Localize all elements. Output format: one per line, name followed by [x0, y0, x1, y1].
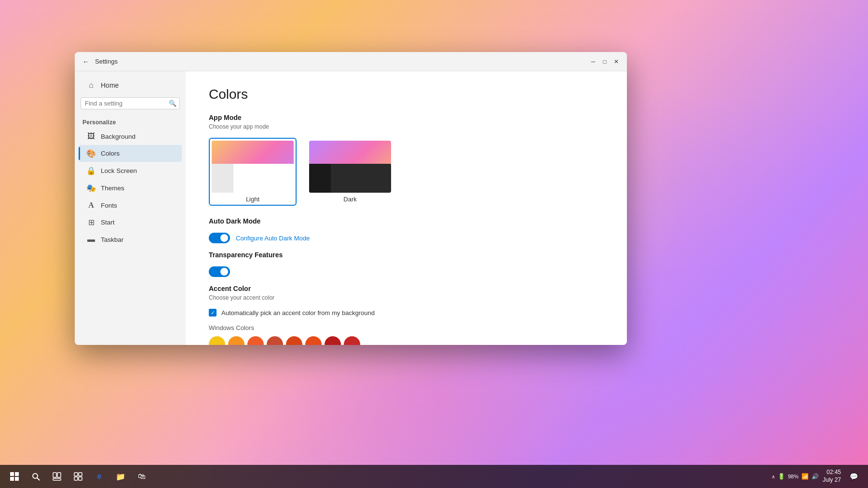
close-button[interactable]: ✕ — [611, 57, 621, 66]
svg-rect-3 — [15, 477, 19, 481]
auto-accent-checkbox[interactable]: ✓ — [209, 309, 217, 317]
color-swatch[interactable] — [228, 336, 244, 345]
app-mode-cards: Light Dark — [209, 138, 604, 206]
sidebar-section-label: Personalize — [75, 113, 186, 128]
dark-preview-bg — [309, 141, 391, 193]
color-swatch[interactable] — [344, 336, 360, 345]
taskbar-clock[interactable]: 02:45 July 27 — [823, 469, 841, 484]
auto-dark-mode-row: Configure Auto Dark Mode — [209, 233, 604, 243]
system-tray-chevron[interactable]: ∧ — [772, 474, 775, 479]
clock-time: 02:45 — [823, 469, 841, 476]
minimize-button[interactable]: ─ — [588, 57, 598, 66]
windows-colors-label: Windows Colors — [209, 324, 604, 331]
sidebar-item-fonts-label: Fonts — [101, 202, 117, 209]
light-preview-bg — [212, 141, 294, 193]
light-preview-sidebar — [212, 164, 233, 193]
accent-color-title: Accent Color — [209, 285, 604, 292]
search-taskbar-button[interactable] — [27, 468, 44, 485]
widgets-taskbar-button[interactable] — [69, 468, 87, 485]
auto-dark-mode-toggle[interactable] — [209, 233, 230, 243]
svg-rect-12 — [79, 477, 82, 480]
auto-accent-label: Automatically pick an accent color from … — [221, 309, 375, 317]
color-row-1 — [209, 336, 604, 345]
svg-rect-8 — [53, 478, 61, 480]
sidebar-item-start-label: Start — [101, 219, 115, 226]
light-mode-card[interactable]: Light — [209, 138, 297, 206]
svg-rect-6 — [53, 473, 56, 477]
maximize-button[interactable]: □ — [600, 57, 610, 66]
auto-accent-row: ✓ Automatically pick an accent color fro… — [209, 309, 604, 317]
home-label: Home — [101, 81, 119, 89]
title-bar-left: ← Settings — [81, 56, 118, 67]
light-mode-preview — [212, 141, 294, 193]
volume-icon: 🔊 — [812, 473, 819, 480]
dark-mode-card[interactable]: Dark — [306, 138, 394, 206]
dark-mode-preview — [309, 141, 391, 193]
task-view-taskbar-button[interactable] — [48, 468, 66, 485]
color-swatch[interactable] — [286, 336, 302, 345]
transparency-toggle[interactable] — [209, 266, 230, 277]
search-icon[interactable]: 🔍 — [169, 100, 176, 107]
dark-preview-sidebar — [309, 164, 331, 193]
taskbar-icon: ▬ — [86, 235, 96, 244]
app-mode-title: App Mode — [209, 114, 604, 121]
color-swatches — [209, 336, 604, 345]
color-swatch[interactable] — [305, 336, 322, 345]
themes-icon: 🎭 — [86, 184, 96, 193]
window-body: ⌂ Home 🔍 Personalize 🖼 Background 🎨 Colo… — [75, 71, 627, 345]
store-taskbar-button[interactable]: 🛍 — [133, 468, 150, 485]
sidebar-item-lock-screen-label: Lock Screen — [101, 167, 137, 174]
network-icon: 📶 — [801, 473, 809, 480]
color-swatch[interactable] — [325, 336, 341, 345]
explorer-taskbar-button[interactable]: 📁 — [112, 468, 129, 485]
search-input[interactable] — [85, 100, 166, 107]
sidebar-item-colors[interactable]: 🎨 Colors — [79, 145, 182, 162]
svg-rect-2 — [10, 477, 14, 481]
sidebar-item-themes-label: Themes — [101, 185, 124, 192]
color-swatch[interactable] — [247, 336, 264, 345]
sidebar-item-fonts[interactable]: A Fonts — [79, 197, 182, 213]
sidebar-item-background[interactable]: 🖼 Background — [79, 128, 182, 145]
fonts-icon: A — [86, 201, 96, 210]
auto-dark-mode-link[interactable]: Configure Auto Dark Mode — [236, 235, 310, 242]
home-icon: ⌂ — [86, 81, 96, 90]
back-button[interactable]: ← — [81, 56, 91, 67]
sidebar-item-background-label: Background — [101, 133, 136, 140]
taskbar-right: ∧ 🔋 98% 📶 🔊 02:45 July 27 💬 — [772, 468, 862, 485]
start-taskbar-button[interactable] — [6, 468, 23, 485]
sidebar-item-lock-screen[interactable]: 🔒 Lock Screen — [79, 162, 182, 179]
taskbar-left: e 📁 🛍 — [6, 468, 150, 485]
light-mode-label: Light — [212, 196, 294, 203]
color-swatch[interactable] — [267, 336, 283, 345]
accent-color-subtitle: Choose your accent color — [209, 294, 604, 301]
svg-line-5 — [37, 478, 40, 480]
lock-screen-icon: 🔒 — [86, 166, 96, 175]
main-content: Colors App Mode Choose your app mode Lig… — [186, 71, 627, 345]
title-bar: ← Settings ─ □ ✕ — [75, 52, 627, 71]
sidebar-item-colors-label: Colors — [101, 150, 120, 157]
auto-dark-mode-title: Auto Dark Mode — [209, 217, 604, 225]
edge-taskbar-button[interactable]: e — [91, 468, 108, 485]
sidebar-item-start[interactable]: ⊞ Start — [79, 214, 182, 231]
svg-rect-1 — [15, 472, 19, 476]
sidebar-item-themes[interactable]: 🎭 Themes — [79, 180, 182, 197]
transparency-row — [209, 266, 604, 277]
svg-rect-11 — [74, 477, 78, 480]
svg-rect-7 — [57, 473, 61, 477]
sidebar-item-taskbar-label: Taskbar — [101, 236, 123, 243]
background-icon: 🖼 — [86, 132, 96, 141]
transparency-title: Transparency Features — [209, 251, 604, 259]
sidebar-item-taskbar[interactable]: ▬ Taskbar — [79, 231, 182, 248]
color-swatch[interactable] — [209, 336, 225, 345]
notification-button[interactable]: 💬 — [845, 468, 862, 485]
svg-rect-0 — [10, 472, 14, 476]
window-controls: ─ □ ✕ — [588, 57, 621, 66]
taskbar: e 📁 🛍 ∧ 🔋 98% 📶 🔊 02:45 July 27 💬 — [0, 465, 868, 488]
page-title: Colors — [209, 87, 604, 102]
svg-rect-9 — [74, 473, 78, 476]
battery-level: 98% — [788, 474, 799, 479]
battery-icon: 🔋 — [778, 473, 785, 480]
search-box[interactable]: 🔍 — [81, 97, 180, 109]
sidebar-home[interactable]: ⌂ Home — [79, 77, 182, 93]
svg-point-4 — [33, 474, 38, 478]
